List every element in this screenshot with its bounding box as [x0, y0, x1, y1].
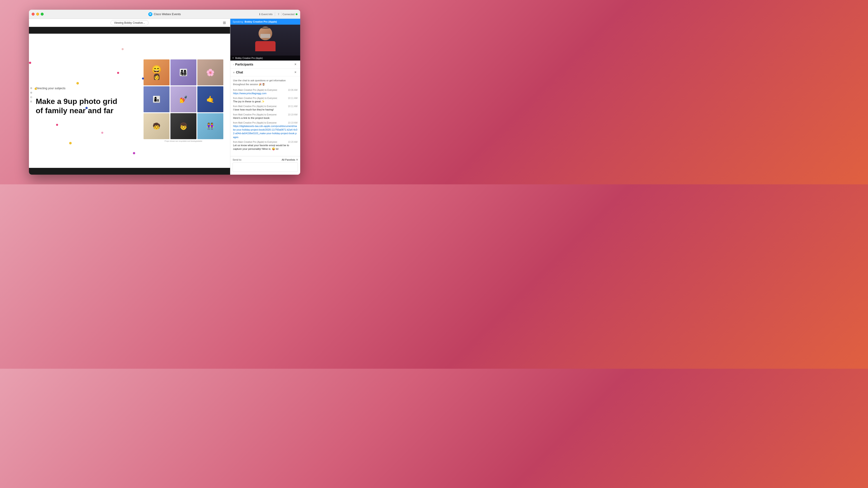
slide-left: ⊕ ⊕ ⊖ ⊞ Directing your subjects Make a 9… — [36, 87, 144, 115]
chat-chevron: ∨ — [233, 71, 235, 74]
chat-msg-4-time: 10:19 AM — [288, 113, 298, 116]
minimize-button[interactable] — [36, 13, 39, 15]
chat-msg-1-body: https://www.priscillagragg.com — [233, 92, 298, 95]
speaking-banner: Speaking: Bobby Creative Pro (Apple) — [230, 19, 300, 25]
titlebar: W Cisco Webex Events ℹ Event Info 🎙 Conn… — [29, 10, 300, 19]
app-title: Cisco Webex Events — [154, 12, 181, 16]
send-to-select[interactable]: All Panelists ∨ — [282, 158, 298, 161]
chat-header: ∨ Chat × — [230, 68, 300, 76]
photo-cell-7: 🧒 — [144, 113, 169, 139]
dot-9 — [69, 142, 72, 144]
photo-grid: 😄 👩 👨‍👩‍👧‍👦 🌸 — [144, 59, 223, 139]
chat-close-button[interactable]: × — [293, 70, 298, 74]
speaker-mic-icon: 🎙 — [232, 57, 234, 59]
dot-8 — [29, 62, 31, 64]
chat-message-3: from Matt Creative Pro (Apple) to Everyo… — [233, 105, 298, 111]
chat-input-field[interactable] — [232, 162, 298, 172]
chat-title: Chat — [236, 70, 243, 74]
speaker-name-display: Bobby Creative Pro (Apple) — [235, 57, 263, 59]
slide-heading-small: Directing your subjects — [36, 87, 139, 90]
chat-input-area: Send to: All Panelists ∨ — [230, 156, 300, 175]
photo-cell-5: 💅 — [170, 86, 196, 112]
speaking-label: Speaking: — [232, 20, 244, 23]
chat-msg-3-header: from Matt Creative Pro (Apple) to Everyo… — [233, 105, 298, 107]
zoom-in-icon[interactable]: ⊕ — [30, 91, 32, 94]
main-content: Viewing Bobby Creative... ⊞ ⊕ ⊕ ⊖ ⊞ Dire… — [29, 19, 300, 175]
zoom-fit-icon[interactable]: ⊕ — [30, 87, 32, 90]
chat-msg-3-from: from Matt Creative Pro (Apple) to Everyo… — [233, 105, 277, 107]
layout-icon[interactable]: ⊞ — [223, 21, 227, 25]
speaker-figure — [255, 27, 276, 51]
connected-dot — [296, 13, 298, 15]
chat-msg-2-body: The joy in these is great ✨ — [233, 100, 298, 103]
send-to-chevron-icon: ∨ — [296, 158, 298, 161]
connected-label: Connected — [283, 13, 294, 15]
mic-status-icon: 🎙 — [277, 13, 280, 16]
speaking-name: Bobby Creative Pro (Apple) — [245, 20, 277, 23]
speaker-mask — [260, 34, 270, 38]
chat-message-5: from Matt Creative Pro (Apple) to Everyo… — [233, 122, 298, 139]
close-button[interactable] — [32, 13, 35, 15]
grid-icon[interactable]: ⊞ — [30, 100, 32, 103]
participants-chevron: › — [233, 63, 234, 66]
chat-msg-1-time: 10:06 AM — [288, 89, 298, 91]
chat-msg-1-from: from Alain Creative Pro (Apple) to Every… — [233, 89, 278, 91]
slide-tools: ⊕ ⊕ ⊖ ⊞ — [30, 87, 32, 103]
dot-6 — [56, 124, 58, 126]
speaker-body — [255, 41, 276, 51]
photo-cell-1: 😄 👩 — [144, 59, 169, 86]
dot-5 — [86, 107, 88, 109]
chat-msg-4-body: Here's a link to the project book: — [233, 116, 298, 120]
slide-heading-large: Make a 9up photo grid of family near and… — [36, 97, 139, 115]
photo-cell-6: 🤙 — [197, 86, 223, 112]
dot-2 — [76, 82, 79, 85]
app-window: W Cisco Webex Events ℹ Event Info 🎙 Conn… — [29, 10, 300, 175]
chat-msg-6-from: from Alain Creative Pro (Apple) to Every… — [233, 141, 278, 143]
photo-cell-8: 👦 — [170, 113, 196, 139]
viewing-button[interactable]: Viewing Bobby Creative... — [111, 20, 148, 26]
black-bar-bottom — [29, 168, 230, 175]
participants-close-button[interactable]: × — [293, 62, 298, 66]
speaker-video-bg — [230, 19, 300, 61]
photo-cell-4: 👩‍👦 — [144, 86, 169, 112]
presentation-panel: Viewing Bobby Creative... ⊞ ⊕ ⊕ ⊖ ⊞ Dire… — [29, 19, 230, 175]
chat-msg-6-body: Let us know what your favorite emoji wou… — [233, 143, 298, 151]
chat-msg-4-from: from Matt Creative Pro (Apple) to Everyo… — [233, 113, 277, 116]
slide-area: ⊕ ⊕ ⊖ ⊞ Directing your subjects Make a 9… — [29, 27, 230, 175]
chat-link-1[interactable]: https://www.priscillagragg.com — [233, 92, 267, 95]
chat-msg-6-header: from Alain Creative Pro (Apple) to Every… — [233, 141, 298, 143]
speaker-head — [258, 27, 272, 40]
maximize-button[interactable] — [41, 13, 43, 15]
photo-caption: Props shown are recyclable and biodegrad… — [144, 140, 223, 142]
zoom-out-icon[interactable]: ⊖ — [30, 96, 32, 99]
event-info-label: Event Info — [261, 13, 273, 15]
participants-panel-header[interactable]: › Participants × — [230, 61, 300, 68]
event-info-button[interactable]: ℹ Event Info — [259, 13, 273, 16]
participants-header-left: › Participants — [233, 63, 253, 66]
chat-message-4: from Matt Creative Pro (Apple) to Everyo… — [233, 113, 298, 120]
speaker-headphones — [258, 27, 272, 29]
traffic-lights — [32, 13, 43, 15]
chat-link-2[interactable]: https://digitalassets-taa.cdn-apple.com/… — [233, 125, 297, 138]
chat-msg-1-header: from Alain Creative Pro (Apple) to Every… — [233, 89, 298, 91]
slide-content: ⊕ ⊕ ⊖ ⊞ Directing your subjects Make a 9… — [29, 34, 230, 168]
chat-msg-5-from: from Matt Creative Pro (Apple) to Everyo… — [233, 122, 277, 124]
dot-7 — [101, 132, 103, 134]
dot-4 — [142, 77, 144, 79]
speaker-video-area: Speaking: Bobby Creative Pro (Apple) — [230, 19, 300, 61]
photo-cell-3: 🌸 — [197, 59, 223, 86]
chat-message-1: from Alain Creative Pro (Apple) to Every… — [233, 89, 298, 95]
dot-12 — [122, 48, 124, 50]
chat-msg-3-body: I love how much fun they're having! — [233, 108, 298, 111]
connection-status: 🎙 Connected — [277, 12, 298, 16]
send-to-label: Send to: — [232, 158, 242, 161]
photo-cell-2: 👨‍👩‍👧‍👦 — [170, 59, 196, 86]
chat-msg-4-header: from Matt Creative Pro (Apple) to Everyo… — [233, 113, 298, 116]
photo-cell-9: 👭 — [197, 113, 223, 139]
chat-messages[interactable]: Use the chat to ask questions or get inf… — [230, 76, 300, 156]
chat-msg-5-header: from Matt Creative Pro (Apple) to Everyo… — [233, 122, 298, 124]
app-logo: W — [148, 12, 152, 16]
chat-msg-6-time: 10:20 AM — [288, 141, 298, 143]
chat-msg-3-time: 10:11 AM — [288, 105, 298, 107]
chat-msg-2-header: from Alain Creative Pro (Apple) to Every… — [233, 97, 298, 99]
